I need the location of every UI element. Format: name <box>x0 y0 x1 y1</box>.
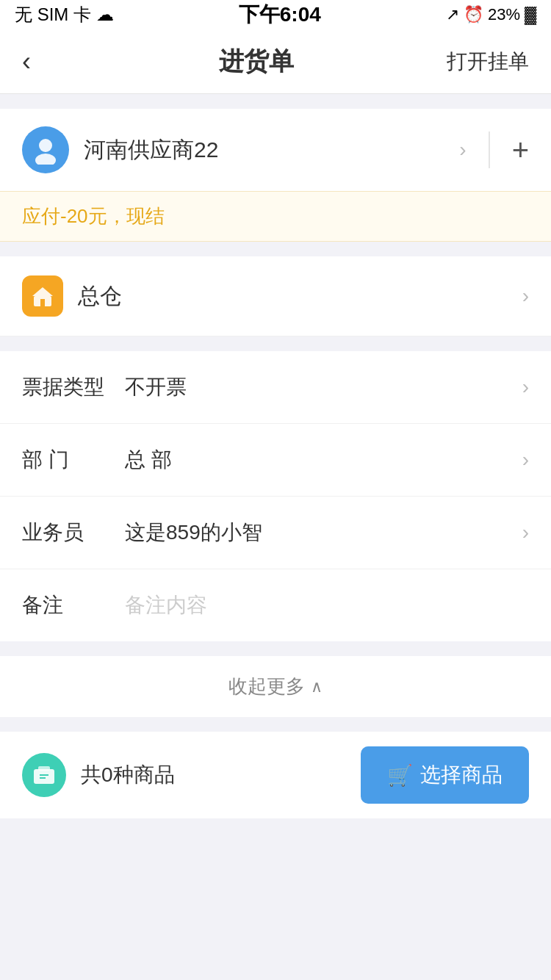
battery-icon: ▓ <box>525 5 536 24</box>
collapse-chevron-icon: ∧ <box>311 677 323 696</box>
location-icon: ↗ <box>446 5 459 24</box>
select-product-label: 选择商品 <box>420 761 503 789</box>
no-sim-text: 无 SIM 卡 ☁ <box>15 3 114 26</box>
supplier-chevron-icon: › <box>459 138 466 162</box>
svg-point-1 <box>35 154 56 165</box>
collapse-row[interactable]: 收起更多 ∧ <box>0 656 551 717</box>
svg-rect-6 <box>38 766 50 771</box>
nav-bar: ‹ 进货单 打开挂单 <box>0 29 551 94</box>
invoice-type-label: 票据类型 <box>22 373 110 401</box>
select-product-button[interactable]: 🛒 选择商品 <box>361 746 529 804</box>
open-pending-button[interactable]: 打开挂单 <box>447 48 529 76</box>
svg-point-0 <box>39 139 52 152</box>
salesperson-label: 业务员 <box>22 519 110 547</box>
warehouse-name: 总仓 <box>78 281 522 311</box>
warehouse-card: 总仓 › <box>0 256 551 336</box>
section-gap-1 <box>0 94 551 109</box>
status-right: ↗ ⏰ 23% ▓ <box>446 5 536 24</box>
cart-icon: 🛒 <box>387 763 413 788</box>
form-section: 票据类型 不开票 › 部 门 总 部 › 业务员 这是859的小智 › 备注 备… <box>0 351 551 641</box>
svg-marker-3 <box>32 287 53 296</box>
salesperson-value: 这是859的小智 <box>110 519 522 547</box>
salesperson-row[interactable]: 业务员 这是859的小智 › <box>0 497 551 569</box>
department-label: 部 门 <box>22 446 110 474</box>
department-chevron-icon: › <box>522 448 529 472</box>
product-icon <box>22 753 66 797</box>
alarm-icon: ⏰ <box>464 5 483 24</box>
invoice-type-chevron-icon: › <box>522 375 529 399</box>
supplier-name: 河南供应商22 <box>84 135 459 165</box>
invoice-type-row[interactable]: 票据类型 不开票 › <box>0 351 551 424</box>
remark-label: 备注 <box>22 591 110 619</box>
bottom-bar: 共0种商品 🛒 选择商品 <box>0 732 551 818</box>
notice-banner: 应付-20元，现结 <box>0 191 551 242</box>
warehouse-chevron-icon: › <box>522 284 529 308</box>
status-bar: 无 SIM 卡 ☁ 下午6:04 ↗ ⏰ 23% ▓ <box>0 0 551 29</box>
supplier-avatar <box>22 126 69 173</box>
page-title: 进货单 <box>219 45 294 79</box>
supplier-row[interactable]: 河南供应商22 › + <box>0 109 551 191</box>
back-button[interactable]: ‹ <box>22 46 66 77</box>
salesperson-chevron-icon: › <box>522 521 529 544</box>
invoice-type-value: 不开票 <box>110 373 522 401</box>
warehouse-icon <box>22 275 63 317</box>
status-left: 无 SIM 卡 ☁ <box>15 3 114 26</box>
department-value: 总 部 <box>110 446 522 474</box>
add-supplier-button[interactable]: + <box>512 134 529 167</box>
collapse-text: 收起更多 <box>228 674 305 699</box>
status-time: 下午6:04 <box>239 1 321 29</box>
remaining-area <box>0 818 551 980</box>
supplier-divider <box>489 131 490 168</box>
remark-row[interactable]: 备注 备注内容 <box>0 569 551 641</box>
warehouse-row[interactable]: 总仓 › <box>0 256 551 336</box>
svg-rect-5 <box>34 769 54 784</box>
battery-text: 23% <box>488 5 520 24</box>
remark-input[interactable]: 备注内容 <box>110 591 529 619</box>
svg-rect-4 <box>40 299 45 306</box>
department-row[interactable]: 部 门 总 部 › <box>0 424 551 497</box>
product-count: 共0种商品 <box>81 761 346 789</box>
supplier-card: 河南供应商22 › + 应付-20元，现结 <box>0 109 551 242</box>
